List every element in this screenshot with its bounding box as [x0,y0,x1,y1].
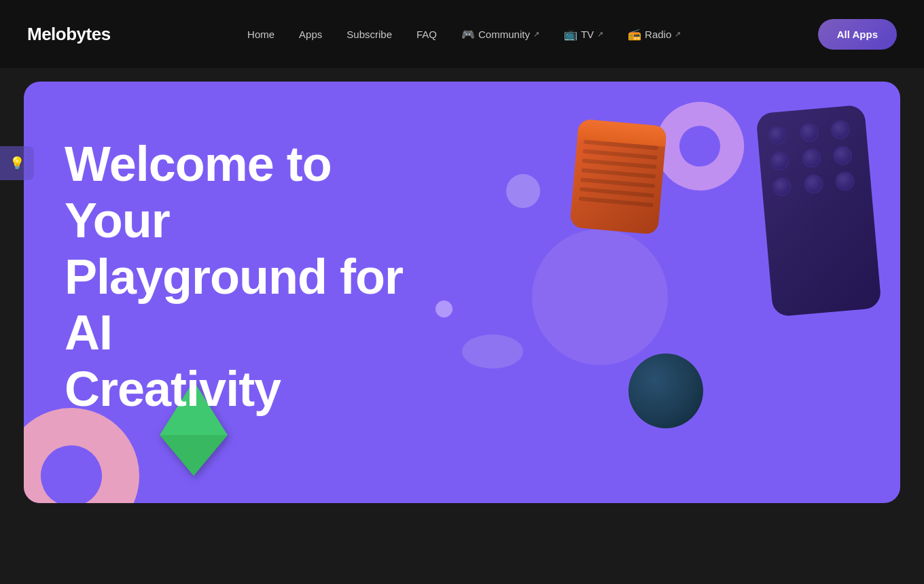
lightbulb-toggle-button[interactable]: 💡 [0,146,34,180]
brand-logo[interactable]: Melobytes [27,24,111,45]
ridge-4 [581,168,656,179]
decorative-lego-purple [756,105,882,317]
stud-1 [767,125,787,145]
stud-2 [798,122,819,143]
nav-item-apps[interactable]: Apps [299,29,322,40]
hero-section: Welcome to Your Playground for AI Creati… [0,68,924,517]
stud-3 [830,120,851,140]
stud-9 [835,171,855,191]
decorative-blob [462,334,523,368]
nav-item-radio[interactable]: 📻 Radio ↗ [628,28,681,41]
hero-title: Welcome to Your Playground for AI Creati… [65,136,445,417]
hero-banner: Welcome to Your Playground for AI Creati… [24,82,900,503]
nav-item-home[interactable]: Home [247,29,274,40]
studs-grid [767,119,861,197]
stud-6 [832,145,853,165]
navbar: Melobytes Home Apps Subscribe FAQ 🎮 Com [0,0,924,68]
ridge-1 [584,139,658,150]
decorative-circle-small-2 [506,174,540,208]
community-icon: 🎮 [461,28,475,41]
all-apps-button[interactable]: All Apps [818,19,897,50]
ridge-5 [580,177,655,188]
stud-7 [772,176,792,196]
decorative-cylinder-orange [569,119,667,235]
radio-icon: 📻 [628,28,641,41]
nav-item-faq[interactable]: FAQ [416,29,437,40]
external-link-icon-radio: ↗ [675,30,681,39]
stud-4 [769,151,789,171]
nav-links: Home Apps Subscribe FAQ 🎮 Community ↗ [247,28,681,41]
cylinder-ridges [578,139,659,224]
external-link-icon-tv: ↗ [597,30,603,39]
ridge-3 [582,158,657,169]
nav-item-subscribe[interactable]: Subscribe [346,29,392,40]
nav-item-tv[interactable]: 📺 TV ↗ [564,28,603,41]
hero-text-block: Welcome to Your Playground for AI Creati… [65,136,445,417]
stud-8 [803,173,823,194]
stud-5 [801,148,821,169]
decorative-sphere-dark [628,354,703,428]
ridge-2 [583,149,658,160]
nav-item-community[interactable]: 🎮 Community ↗ [461,28,539,41]
ridge-6 [580,187,654,198]
decorative-circle-large [532,229,668,365]
ridge-7 [579,196,654,207]
external-link-icon: ↗ [533,30,539,39]
tv-icon: 📺 [564,28,578,41]
lightbulb-icon: 💡 [10,156,24,171]
